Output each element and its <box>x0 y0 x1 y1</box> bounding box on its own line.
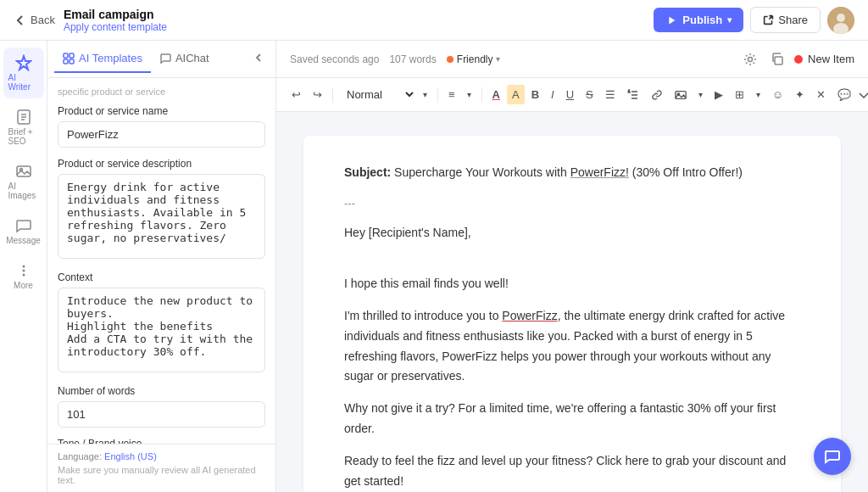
highlight-button[interactable]: A <box>507 85 525 104</box>
language-label: Language: <box>58 451 102 461</box>
description-label: Product or service description <box>58 158 265 170</box>
description-textarea[interactable]: Energy drink for active individuals and … <box>58 174 265 259</box>
align-button[interactable]: ≡ <box>443 85 460 104</box>
svg-rect-22 <box>775 57 782 64</box>
svg-text:1: 1 <box>628 89 631 93</box>
tone-badge[interactable]: Friendly ▾ <box>447 53 501 65</box>
language-link[interactable]: English (US) <box>104 451 157 461</box>
new-item-dot-icon <box>794 55 803 64</box>
editor-content[interactable]: Subject: Supercharge Your Workouts with … <box>303 136 841 492</box>
style-select[interactable]: NormalHeading 1Heading 2 <box>338 84 416 105</box>
underline-button[interactable]: U <box>561 85 579 104</box>
bullet-list-button[interactable]: ☰ <box>600 85 620 104</box>
avatar[interactable] <box>827 7 854 34</box>
comment-button[interactable]: 💬 <box>832 85 856 104</box>
publish-button[interactable]: Publish ▾ <box>654 8 743 32</box>
play-button[interactable]: ▶ <box>709 85 728 104</box>
ai-panel: AI Templates AIChat specific product or … <box>47 41 276 492</box>
save-status: Saved seconds ago <box>290 53 379 65</box>
tone-group: Tone / Brand voice Friendly Professional… <box>58 438 265 444</box>
header-left: Back Email campaign Apply content templa… <box>14 8 167 33</box>
word-count-group: Number of words <box>58 385 265 428</box>
tone-dot-icon <box>447 56 453 63</box>
content-template-link[interactable]: Apply content template <box>64 21 167 33</box>
toolbar-divider-2 <box>437 87 438 103</box>
svg-rect-15 <box>70 53 74 58</box>
sidebar-item-message[interactable]: Message <box>3 210 44 252</box>
email-divider: --- <box>344 197 800 210</box>
tab-aichat[interactable]: AIChat <box>151 45 218 73</box>
table-button[interactable]: ⊞ <box>730 85 749 104</box>
intro-paragraph: I'm thrilled to introduce you to PowerFi… <box>344 306 800 387</box>
settings-icon-button[interactable] <box>740 49 760 70</box>
topbar-right: New Item <box>740 49 854 70</box>
tone-label: Tone / Brand voice <box>58 438 265 444</box>
italic-button[interactable]: I <box>546 85 559 104</box>
svg-marker-0 <box>670 16 676 24</box>
svg-rect-16 <box>64 59 68 64</box>
toolbar-divider-1 <box>332 87 333 103</box>
back-button[interactable]: Back <box>14 14 55 27</box>
context-label: Context <box>58 271 265 283</box>
cursor-line <box>344 247 800 262</box>
tab-ai-templates[interactable]: AI Templates <box>54 45 151 73</box>
disclaimer-text: Make sure you manually review all AI gen… <box>58 465 265 485</box>
word-count-input[interactable] <box>58 401 265 428</box>
header-title-group: Email campaign Apply content template <box>64 8 167 33</box>
description-group: Product or service description Energy dr… <box>58 158 265 261</box>
sidebar-item-more[interactable]: More <box>3 255 44 297</box>
new-item-badge[interactable]: New Item <box>794 53 854 65</box>
context-textarea[interactable]: Introduce the new product to buyers. Hig… <box>58 288 265 372</box>
sidebar-item-brief-seo[interactable]: Brief + SEO <box>3 102 44 153</box>
editor-scroll-area: Subject: Supercharge Your Workouts with … <box>276 112 868 492</box>
ai-panel-tabs: AI Templates AIChat <box>47 41 275 78</box>
undo-button[interactable]: ↩ <box>287 85 306 104</box>
word-count-label: Number of words <box>58 385 265 397</box>
emoji-button[interactable]: ☺ <box>767 85 788 104</box>
style-chevron-button[interactable]: ▾ <box>418 87 432 103</box>
link-button[interactable] <box>646 86 668 104</box>
sidebar-item-ai-writer[interactable]: AI Writer <box>3 48 44 98</box>
svg-point-13 <box>22 274 25 277</box>
ai-tools-button[interactable]: ✦ <box>790 85 810 104</box>
editor-topbar: Saved seconds ago 107 words Friendly ▾ N… <box>276 41 868 78</box>
toolbar-divider-3 <box>481 87 482 103</box>
sidebar-item-ai-images[interactable]: AI Images <box>3 156 44 207</box>
bold-button[interactable]: B <box>526 85 544 104</box>
svg-rect-9 <box>17 166 31 176</box>
table-chevron-button[interactable]: ▾ <box>751 87 765 103</box>
page-title: Email campaign <box>64 8 167 21</box>
word-count-display: 107 words <box>389 53 436 65</box>
product-name-group: Product or service name <box>58 105 265 148</box>
panel-hint: specific product or service <box>58 87 265 97</box>
product-name-input[interactable] <box>58 121 265 148</box>
publish-chevron-icon: ▾ <box>727 15 732 25</box>
toolbar-end: Editing ▾ ••• <box>858 85 868 104</box>
action-paragraph: Ready to feel the fizz and level up your… <box>344 451 800 492</box>
main-layout: AI Writer Brief + SEO AI Images Message … <box>0 41 868 492</box>
svg-rect-17 <box>70 59 74 64</box>
powerfizz-link-1: PowerFizz <box>502 309 557 322</box>
svg-rect-14 <box>64 53 68 58</box>
chat-bubble-button[interactable] <box>814 438 851 475</box>
svg-point-2 <box>837 14 845 22</box>
numbered-list-button[interactable]: 1 <box>622 86 644 104</box>
panel-collapse-button[interactable] <box>248 48 269 70</box>
icon-sidebar: AI Writer Brief + SEO AI Images Message … <box>0 41 47 492</box>
email-subject-line: Subject: Supercharge Your Workouts with … <box>344 163 800 182</box>
erase-button[interactable]: ✕ <box>811 85 831 104</box>
svg-point-11 <box>22 266 25 268</box>
copy-icon-button[interactable] <box>767 49 787 70</box>
cta-paragraph: Why not give it a try? For a limited tim… <box>344 399 800 439</box>
image-toolbar-button[interactable] <box>670 86 692 104</box>
align-chevron-button[interactable]: ▾ <box>462 87 476 103</box>
strikethrough-button[interactable]: S <box>581 85 598 104</box>
share-button[interactable]: Share <box>750 7 821 33</box>
header-right: Publish ▾ Share <box>654 7 854 34</box>
redo-button[interactable]: ↪ <box>308 85 327 104</box>
subject-link: PowerFizz! <box>570 165 629 179</box>
font-color-button[interactable]: A <box>487 85 505 104</box>
image-chevron-button[interactable]: ▾ <box>693 87 708 103</box>
hope-line: I hope this email finds you well! <box>344 274 800 294</box>
panel-footer: Language: English (US) Make sure you man… <box>47 444 275 492</box>
